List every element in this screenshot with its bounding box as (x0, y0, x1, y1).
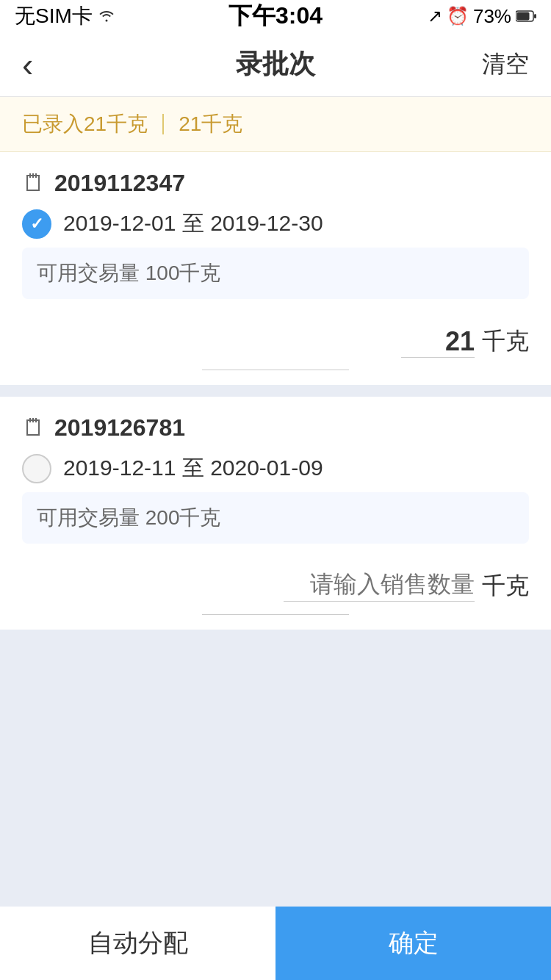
batch1-unit: 千克 (482, 325, 529, 358)
status-bar: 无SIM卡 下午3:04 ↗ ⏰ 73% (0, 0, 551, 32)
info-banner: 已录入21千克 21千克 (0, 97, 551, 152)
status-time: 下午3:04 (228, 0, 323, 32)
banner-divider (162, 114, 164, 134)
batch1-date: 2019-12-01 至 2019-12-30 (63, 209, 323, 239)
battery-icon (516, 10, 536, 22)
clear-button[interactable]: 清空 (482, 48, 529, 81)
recorded-label: 已录入21千克 (22, 110, 148, 138)
bottom-bar: 自动分配 确定 (0, 907, 551, 980)
batch1-icon: 🗒 (22, 170, 46, 197)
batch2-id: 2019126781 (54, 414, 185, 442)
amount-label: 21千克 (179, 110, 242, 138)
batch2-available-qty: 可用交易量 200千克 (22, 492, 529, 544)
page-content: 🗒 2019112347 2019-12-01 至 2019-12-30 可用交… (0, 152, 551, 980)
status-left: 无SIM卡 (15, 2, 115, 30)
sim-text: 无SIM卡 (15, 2, 93, 30)
auto-distribute-button[interactable]: 自动分配 (0, 907, 276, 980)
batch1-amount-row: 千克 (0, 314, 551, 370)
batch2-qty-input[interactable] (284, 571, 475, 602)
batch1-radio[interactable] (22, 209, 51, 239)
batch-item-1: 🗒 2019112347 2019-12-01 至 2019-12-30 可用交… (0, 152, 551, 385)
section-divider (0, 385, 551, 397)
svg-rect-2 (534, 14, 536, 18)
wifi-icon (98, 10, 115, 22)
back-button[interactable]: ‹ (22, 48, 33, 82)
batch2-header: 🗒 2019126781 (0, 397, 551, 447)
batch2-input-row: 千克 (0, 558, 551, 614)
alarm-icon: ⏰ (447, 6, 469, 26)
location-icon: ↗ (428, 6, 442, 26)
confirm-button[interactable]: 确定 (276, 907, 551, 980)
status-right: ↗ ⏰ 73% (428, 5, 536, 28)
batch2-icon: 🗒 (22, 414, 46, 442)
batch1-amount-input[interactable] (401, 326, 475, 358)
batch1-id: 2019112347 (54, 170, 185, 197)
svg-rect-1 (517, 12, 530, 21)
batch2-unit: 千克 (482, 570, 529, 602)
batch1-date-row[interactable]: 2019-12-01 至 2019-12-30 (0, 203, 551, 248)
batch-item-2: 🗒 2019126781 2019-12-11 至 2020-01-09 可用交… (0, 397, 551, 630)
batch1-available-qty: 可用交易量 100千克 (22, 248, 529, 299)
batch2-radio[interactable] (22, 454, 51, 483)
batch1-header: 🗒 2019112347 (0, 152, 551, 203)
battery-percent: 73% (473, 5, 511, 28)
page-title: 录批次 (236, 46, 315, 82)
batch2-date-row[interactable]: 2019-12-11 至 2020-01-09 (0, 447, 551, 492)
nav-bar: ‹ 录批次 清空 (0, 32, 551, 97)
batch2-date: 2019-12-11 至 2020-01-09 (63, 453, 323, 483)
